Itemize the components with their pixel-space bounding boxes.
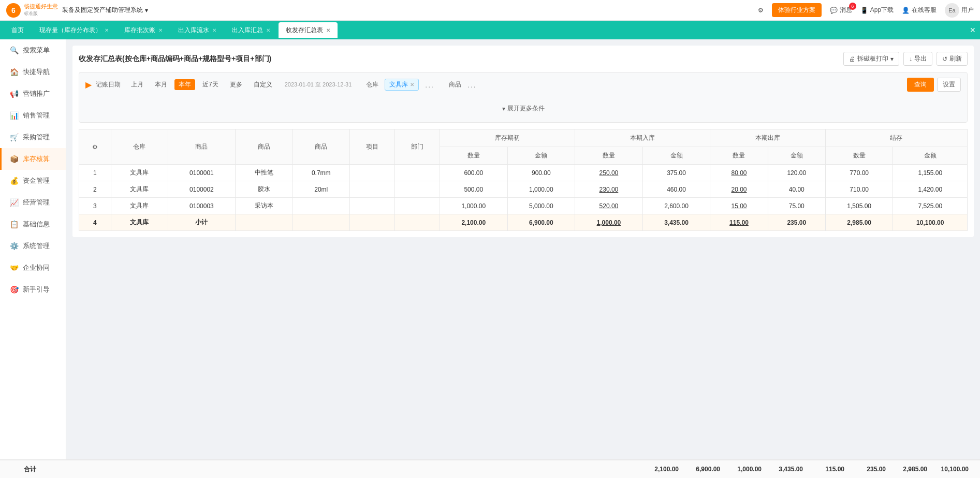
total-label: 合计: [24, 465, 65, 474]
quicknav-icon: 🏠: [10, 68, 19, 76]
expand-more-button[interactable]: ▾ 展开更多条件: [498, 102, 549, 115]
subtotal-out-qty[interactable]: 115.00: [710, 214, 768, 231]
tab-summary[interactable]: 出入库汇总 ✕: [225, 22, 277, 38]
sidebar-item-finance[interactable]: 💰 资金管理: [0, 170, 66, 192]
bottom-bar: 合计 2,100.00 6,900.00 1,000.00 3,435.00 1…: [0, 459, 980, 478]
sidebar-item-operations[interactable]: 📈 经营管理: [0, 192, 66, 213]
tab-flow[interactable]: 出入库流水 ✕: [171, 22, 224, 38]
sidebar-item-sales[interactable]: 📊 销售管理: [0, 105, 66, 126]
th-open-qty: 数量: [440, 147, 507, 165]
search-icon: 🔍: [10, 46, 19, 54]
th-settings[interactable]: ⚙: [79, 129, 111, 165]
print-icon: 🖨: [849, 55, 855, 63]
subtotal-empty3: [350, 214, 395, 231]
row2-name: 胶水: [236, 181, 292, 198]
th-balance-group: 结存: [825, 129, 967, 147]
total-open-qty: 2,100.00: [642, 466, 684, 473]
row1-project: [350, 165, 395, 181]
sidebar-item-quicknav[interactable]: 🏠 快捷导航: [0, 61, 66, 83]
sidebar-quicknav-label: 快捷导航: [23, 67, 50, 77]
subtotal-empty1: [236, 214, 292, 231]
warehouse-filter-section: 仓库 文具库 ✕ ...: [366, 79, 434, 91]
tab-summary-close-icon[interactable]: ✕: [266, 27, 270, 33]
subtotal-warehouse: 文具库: [111, 214, 168, 231]
tabbar-close-icon[interactable]: ✕: [970, 26, 976, 34]
refresh-icon: ↺: [942, 55, 947, 63]
sidebar-item-stock[interactable]: 📦 库存核算: [0, 148, 66, 170]
online-service-button[interactable]: 👤 在线客服: [902, 6, 937, 15]
th-in-qty: 数量: [575, 147, 643, 165]
user-label: 用户: [961, 6, 974, 15]
expand-icon: ▾: [502, 105, 505, 112]
system-name-dropdown[interactable]: 装备及固定资产辅助管理系统 ▾: [62, 6, 148, 15]
th-outbound-group: 本期出库: [710, 129, 826, 147]
sidebar-item-system[interactable]: ⚙️ 系统管理: [0, 235, 66, 257]
row1-in-qty[interactable]: 250.00: [575, 165, 643, 181]
row3-out-qty[interactable]: 15.00: [710, 198, 768, 214]
sidebar-item-purchase[interactable]: 🛒 采购管理: [0, 126, 66, 148]
tab-flow-label: 出入库流水: [178, 26, 209, 35]
row2-bal-qty: 710.00: [825, 181, 893, 198]
tab-bar: 首页 现存量（库存分布表） ✕ 库存批次账 ✕ 出入库流水 ✕ 出入库汇总 ✕ …: [0, 21, 980, 39]
total-in-qty: 1,000.00: [725, 466, 767, 473]
row2-out-qty[interactable]: 20.00: [710, 181, 768, 198]
gear-button[interactable]: ⚙: [758, 7, 764, 14]
refresh-button[interactable]: ↺ 刷新: [937, 52, 968, 66]
tab-recv-send[interactable]: 收发存汇总表 ✕: [279, 22, 338, 38]
row2-dept: [395, 181, 440, 198]
message-button[interactable]: 💬 消息 6: [830, 6, 852, 15]
row1-open-amt: 900.00: [507, 165, 575, 181]
table-row: 2 文具库 0100002 胶水 20ml 500.00 1,000.00 23…: [79, 181, 968, 198]
export-button[interactable]: ↓ 导出: [903, 52, 932, 66]
print-button[interactable]: 🖨 拆磁板打印 ▾: [843, 52, 899, 66]
app-download-button[interactable]: 📱 App下载: [860, 6, 894, 15]
row1-in-amt: 375.00: [642, 165, 710, 181]
subtotal-in-qty[interactable]: 1,000.00: [575, 214, 643, 231]
tab-flow-close-icon[interactable]: ✕: [212, 27, 216, 33]
setting-button[interactable]: 设置: [937, 78, 961, 92]
sidebar-item-enterprise[interactable]: 🤝 企业协同: [0, 257, 66, 279]
top-header: 6 畅捷通好生意 标准版 装备及固定资产辅助管理系统 ▾ ⚙ 体验行业方案 💬 …: [0, 0, 980, 21]
tab-recv-send-close-icon[interactable]: ✕: [326, 27, 330, 33]
row3-in-qty[interactable]: 520.00: [575, 198, 643, 214]
row2-in-qty[interactable]: 230.00: [575, 181, 643, 198]
sidebar-item-newbie[interactable]: 🎯 新手引导: [0, 279, 66, 300]
date-opt-this-year[interactable]: 本年: [174, 79, 195, 90]
message-icon: 💬: [830, 7, 838, 14]
row2-spec: 20ml: [292, 181, 350, 198]
tab-home[interactable]: 首页: [4, 22, 31, 38]
date-opt-7days[interactable]: 近7天: [198, 79, 223, 90]
product-filter-dots[interactable]: ...: [467, 81, 477, 89]
user-menu-button[interactable]: Ea 用户: [945, 3, 974, 18]
sidebar-item-search[interactable]: 🔍 搜索菜单: [0, 39, 66, 61]
page-card: 收发存汇总表(按仓库+商品编码+商品+规格型号+项目+部门) 🖨 拆磁板打印 ▾…: [72, 46, 974, 237]
warehouse-tag-close-icon[interactable]: ✕: [410, 82, 414, 88]
warehouse-filter-dots[interactable]: ...: [425, 81, 434, 89]
sidebar-sales-label: 销售管理: [23, 111, 50, 120]
row1-out-qty[interactable]: 80.00: [710, 165, 768, 181]
filter-bar: ▶ 记账日期 上月 本月 本年 近7天 更多 自定义 2023-01-01 至 …: [79, 72, 968, 123]
query-button[interactable]: 查询: [907, 78, 934, 92]
tab-stock-dist-close-icon[interactable]: ✕: [105, 27, 109, 33]
sidebar-item-basic[interactable]: 📋 基础信息: [0, 213, 66, 235]
experience-button[interactable]: 体验行业方案: [772, 3, 822, 17]
tab-batch[interactable]: 库存批次账 ✕: [117, 22, 170, 38]
date-opt-this-month[interactable]: 本月: [151, 79, 171, 90]
date-opt-prev-month[interactable]: 上月: [127, 79, 148, 90]
date-opt-custom[interactable]: 自定义: [250, 79, 276, 90]
sidebar-newbie-label: 新手引导: [23, 285, 50, 294]
filter-collapse-icon[interactable]: ▶: [85, 80, 92, 90]
date-options: 上月 本月 本年 近7天 更多 自定义: [127, 79, 276, 90]
row3-bal-qty: 1,505.00: [825, 198, 893, 214]
tab-stock-dist[interactable]: 现存量（库存分布表） ✕: [32, 22, 116, 38]
row3-project: [350, 198, 395, 214]
row1-warehouse: 文具库: [111, 165, 168, 181]
th-opening-group: 库存期初: [440, 129, 575, 147]
sidebar-item-marketing[interactable]: 📢 营销推广: [0, 83, 66, 105]
warehouse-tag[interactable]: 文具库 ✕: [385, 79, 419, 91]
row2-open-amt: 1,000.00: [507, 181, 575, 198]
tab-batch-close-icon[interactable]: ✕: [158, 27, 163, 33]
th-out-qty: 数量: [710, 147, 768, 165]
data-table: ⚙ 仓库 商品 商品 商品 项目 部门 库存期初 本期入库 本期出库 结存 数量: [79, 129, 968, 231]
date-opt-more[interactable]: 更多: [226, 79, 246, 90]
